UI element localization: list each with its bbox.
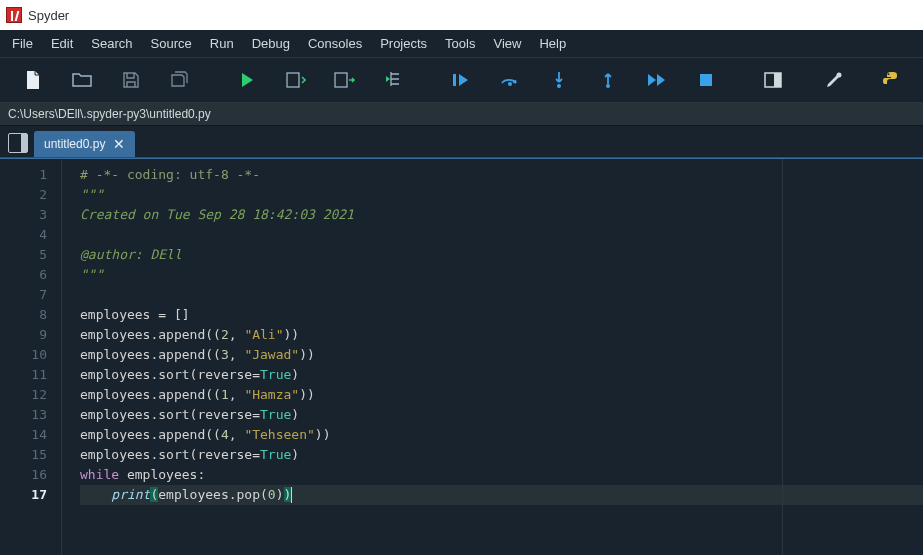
run-cell-advance-icon[interactable] <box>320 60 369 100</box>
svg-point-3 <box>508 82 512 86</box>
maximize-pane-icon[interactable] <box>748 60 797 100</box>
line-number: 12 <box>0 385 61 405</box>
debug-stop-icon[interactable] <box>681 60 730 100</box>
preferences-icon[interactable] <box>809 60 858 100</box>
code-line[interactable]: employees.append((2, "Ali")) <box>80 325 923 345</box>
line-number: 4 <box>0 225 61 245</box>
editor-margin-line <box>782 159 783 555</box>
menu-consoles[interactable]: Consoles <box>300 32 370 55</box>
code-line[interactable]: employees.sort(reverse=True) <box>80 405 923 425</box>
editor-tab-strip: untitled0.py ✕ <box>0 126 923 158</box>
menu-run[interactable]: Run <box>202 32 242 55</box>
tab-label: untitled0.py <box>44 137 105 151</box>
debug-step-into-icon[interactable] <box>534 60 583 100</box>
menu-help[interactable]: Help <box>531 32 574 55</box>
code-line[interactable]: # -*- coding: utf-8 -*- <box>80 165 923 185</box>
menu-bar: File Edit Search Source Run Debug Consol… <box>0 30 923 58</box>
svg-point-5 <box>606 84 610 88</box>
python-path-icon[interactable] <box>866 60 915 100</box>
spyder-app-icon <box>6 7 22 23</box>
line-number: 2 <box>0 185 61 205</box>
toolbar <box>0 58 923 102</box>
menu-search[interactable]: Search <box>83 32 140 55</box>
menu-source[interactable]: Source <box>143 32 200 55</box>
text-cursor <box>291 487 292 503</box>
code-content[interactable]: # -*- coding: utf-8 -*-"""Created on Tue… <box>62 159 923 555</box>
menu-edit[interactable]: Edit <box>43 32 81 55</box>
line-number: 1 <box>0 165 61 185</box>
debug-step-over-icon[interactable] <box>485 60 534 100</box>
save-all-icon[interactable] <box>155 60 204 100</box>
code-line[interactable]: employees.sort(reverse=True) <box>80 365 923 385</box>
svg-point-10 <box>887 73 889 75</box>
code-line[interactable]: employees.append((3, "Jawad")) <box>80 345 923 365</box>
menu-view[interactable]: View <box>485 32 529 55</box>
code-line[interactable]: """ <box>80 185 923 205</box>
code-line[interactable]: @author: DEll <box>80 245 923 265</box>
line-number-gutter: 1234567891011121314151617 <box>0 159 62 555</box>
menu-debug[interactable]: Debug <box>244 32 298 55</box>
menu-projects[interactable]: Projects <box>372 32 435 55</box>
code-editor[interactable]: 1234567891011121314151617 # -*- coding: … <box>0 158 923 555</box>
line-number: 5 <box>0 245 61 265</box>
line-number: 15 <box>0 445 61 465</box>
line-number: 11 <box>0 365 61 385</box>
editor-tab-untitled0[interactable]: untitled0.py ✕ <box>34 131 135 157</box>
line-number: 16 <box>0 465 61 485</box>
debug-fast-forward-icon[interactable] <box>632 60 681 100</box>
svg-rect-2 <box>453 74 456 86</box>
debug-continue-icon[interactable] <box>436 60 485 100</box>
new-file-icon[interactable] <box>8 60 57 100</box>
save-icon[interactable] <box>106 60 155 100</box>
open-folder-icon[interactable] <box>57 60 106 100</box>
svg-rect-6 <box>700 74 712 86</box>
file-path-text: C:\Users\DEll\.spyder-py3\untitled0.py <box>8 107 211 121</box>
code-line[interactable]: """ <box>80 265 923 285</box>
line-number: 9 <box>0 325 61 345</box>
menu-file[interactable]: File <box>4 32 41 55</box>
code-line[interactable] <box>80 225 923 245</box>
file-path-bar: C:\Users\DEll\.spyder-py3\untitled0.py <box>0 102 923 126</box>
window-titlebar: Spyder <box>0 0 923 30</box>
run-selection-icon[interactable] <box>369 60 418 100</box>
code-line[interactable]: employees.sort(reverse=True) <box>80 445 923 465</box>
code-line[interactable] <box>80 285 923 305</box>
menu-tools[interactable]: Tools <box>437 32 483 55</box>
debug-step-out-icon[interactable] <box>583 60 632 100</box>
code-line[interactable]: Created on Tue Sep 28 18:42:03 2021 <box>80 205 923 225</box>
code-line[interactable]: employees.append((4, "Tehseen")) <box>80 425 923 445</box>
line-number: 13 <box>0 405 61 425</box>
close-icon[interactable]: ✕ <box>113 137 125 151</box>
code-line[interactable]: employees = [] <box>80 305 923 325</box>
code-line[interactable]: while employees: <box>80 465 923 485</box>
line-number: 8 <box>0 305 61 325</box>
line-number: 6 <box>0 265 61 285</box>
line-number: 14 <box>0 425 61 445</box>
line-number: 7 <box>0 285 61 305</box>
line-number: 17 <box>0 485 61 505</box>
panel-layout-icon[interactable] <box>8 133 28 153</box>
line-number: 3 <box>0 205 61 225</box>
window-title: Spyder <box>28 8 69 23</box>
svg-point-9 <box>836 73 841 78</box>
svg-point-4 <box>557 84 561 88</box>
svg-rect-0 <box>287 73 299 87</box>
line-number: 10 <box>0 345 61 365</box>
code-line[interactable]: print(employees.pop(0)) <box>80 485 923 505</box>
code-line[interactable]: employees.append((1, "Hamza")) <box>80 385 923 405</box>
svg-rect-8 <box>774 73 781 87</box>
run-icon[interactable] <box>222 60 271 100</box>
run-cell-icon[interactable] <box>271 60 320 100</box>
svg-rect-1 <box>335 73 347 87</box>
